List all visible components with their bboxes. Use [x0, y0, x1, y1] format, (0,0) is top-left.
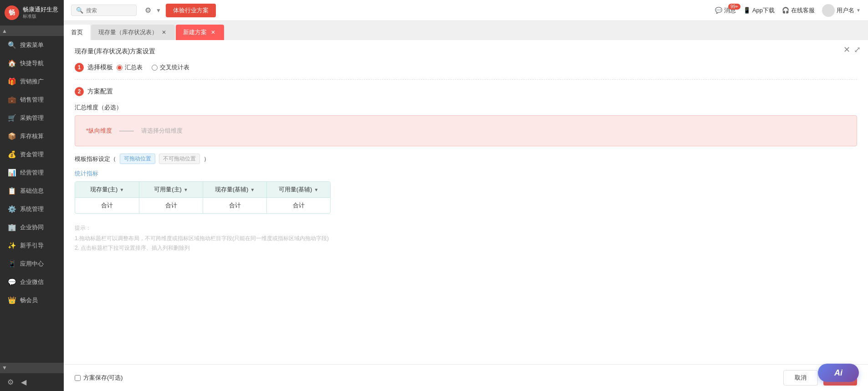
topbar-right: 💬 消息 99+ 📱 App下载 🎧 在线客服 用户名 ▼ [715, 4, 861, 17]
sidebar-item-quick-nav[interactable]: 🏠 快捷导航 [0, 54, 64, 72]
sidebar-item-label: 营销推广 [20, 77, 44, 86]
message-icon: 💬 [715, 7, 722, 14]
sidebar-item-label: 基础信息 [20, 187, 44, 195]
sidebar-item-newbie[interactable]: ✨ 新手引导 [0, 237, 64, 255]
sidebar-logo: 畅 畅康通好生意 标准版 [0, 0, 64, 26]
radio-summary-input[interactable] [117, 65, 123, 71]
sidebar-item-operation[interactable]: 📊 经营管理 [0, 164, 64, 182]
radio-summary-label: 汇总表 [125, 63, 143, 72]
step1-header: 1 选择模板 汇总表 交叉统计表 [75, 63, 857, 72]
logo-name: 畅康通好生意 [23, 6, 58, 14]
messages-button[interactable]: 💬 消息 99+ [715, 6, 736, 15]
sidebar-item-system[interactable]: ⚙️ 系统管理 [0, 200, 64, 218]
stats-col-1-dropdown-icon[interactable]: ▼ [184, 187, 188, 192]
stats-body-cell-1: 合计 [139, 198, 203, 213]
stats-col-0: 现存量(主) ▼ [75, 182, 139, 198]
stats-header-cell-3[interactable]: 可用量(基辅) ▼ [267, 182, 330, 198]
stats-col-2-dropdown-icon[interactable]: ▼ [250, 187, 255, 192]
stats-col-3-dropdown-icon[interactable]: ▼ [314, 187, 318, 192]
operation-icon: 📊 [7, 168, 16, 177]
close-button[interactable]: ✕ [843, 45, 850, 55]
sidebar-footer: ⚙ ◀ [0, 373, 64, 391]
tab-home[interactable]: 首页 [64, 25, 90, 40]
sidebar-item-member[interactable]: 👑 畅会员 [0, 291, 64, 309]
maximize-button[interactable]: ⤢ [854, 45, 861, 55]
wechat-icon: 💬 [7, 278, 16, 287]
stats-header-cell-0[interactable]: 现存量(主) ▼ [75, 182, 139, 198]
trial-button[interactable]: 体验行业方案 [166, 4, 216, 17]
sidebar-item-finance[interactable]: 💰 资金管理 [0, 145, 64, 164]
marketing-icon: 🎁 [7, 77, 16, 86]
sidebar-item-sales[interactable]: 💼 销售管理 [0, 91, 64, 109]
content-area: ✕ ⤢ 现存量(库存状况表)方案设置 1 选择模板 汇总表 [64, 40, 868, 391]
sidebar-item-label: 畅会员 [20, 296, 38, 304]
divider-1 [75, 79, 857, 80]
sidebar-item-enterprise[interactable]: 🏢 企业协同 [0, 218, 64, 237]
sidebar-item-label: 企业微信 [20, 278, 44, 286]
app-center-icon: 📱 [7, 259, 16, 268]
tab-new-plan-close-icon[interactable]: ✕ [209, 29, 217, 36]
sidebar-item-label: 销售管理 [20, 96, 44, 104]
stats-body-col-1: 合计 [139, 198, 203, 213]
template-radio-group: 汇总表 交叉统计表 [117, 63, 189, 72]
gear-icon[interactable]: ⚙ [145, 6, 151, 15]
stats-body-cell-0: 合计 [75, 198, 139, 213]
stats-body-col-2: 合计 [203, 198, 266, 213]
stats-body-col-0: 合计 [75, 198, 139, 213]
settings-icon[interactable]: ⚙ [7, 378, 14, 386]
draggable-tag: 可拖动位置 [120, 154, 155, 164]
topbar-left: 🔍 ⚙ ▼ 体验行业方案 [71, 4, 216, 17]
stats-table: 现存量(主) ▼ 可用量(主) ▼ 现存量(基辅 [75, 181, 331, 214]
sidebar-item-wechat[interactable]: 💬 企业微信 [0, 273, 64, 291]
stats-col-1: 可用量(主) ▼ [139, 182, 203, 198]
stats-table-body: 合计 合计 合计 合计 [75, 198, 330, 213]
save-option: 方案保存(可选) [75, 374, 123, 382]
indicator-settings-suffix: ） [204, 155, 209, 163]
sidebar-scroll-down[interactable]: ▼ [0, 363, 64, 373]
sidebar-item-search-menu[interactable]: 🔍 搜索菜单 [0, 36, 64, 54]
search-input[interactable] [86, 7, 132, 14]
radio-summary[interactable]: 汇总表 [117, 63, 143, 72]
service-label: 在线客服 [791, 6, 815, 15]
sidebar-item-app-center[interactable]: 📱 应用中心 [0, 255, 64, 273]
main-content: 🔍 ⚙ ▼ 体验行业方案 💬 消息 99+ 📱 App下载 🎧 在线客服 [64, 0, 868, 391]
tips-title: 提示： [75, 224, 857, 232]
stats-col-0-dropdown-icon[interactable]: ▼ [119, 187, 124, 192]
ai-float-button[interactable]: Ai [818, 364, 859, 382]
cancel-button[interactable]: 取消 [783, 370, 818, 386]
tab-inventory-status[interactable]: 现存量（库存状况表） ✕ [91, 25, 175, 40]
dimension-dash: —— [119, 127, 134, 135]
step1-badge: 1 [75, 63, 84, 72]
save-checkbox[interactable] [75, 375, 81, 381]
sidebar-item-label: 采购管理 [20, 114, 44, 122]
stats-col-2: 现存量(基辅) ▼ [203, 182, 266, 198]
user-menu[interactable]: 用户名 ▼ [822, 4, 861, 17]
app-download-button[interactable]: 📱 App下载 [743, 6, 775, 15]
step1-label: 选择模板 [87, 63, 113, 72]
sidebar-item-purchase[interactable]: 🛒 采购管理 [0, 109, 64, 127]
logo-icon: 畅 [5, 5, 19, 20]
stats-body-cell-2: 合计 [203, 198, 266, 213]
sidebar-item-marketing[interactable]: 🎁 营销推广 [0, 72, 64, 91]
stats-header-cell-1[interactable]: 可用量(主) ▼ [139, 182, 203, 198]
dimension-placeholder[interactable]: 请选择分组维度 [141, 127, 183, 135]
sidebar-item-label: 库存核算 [20, 132, 44, 140]
sidebar-item-label: 应用中心 [20, 260, 44, 268]
non-draggable-tag: 不可拖动位置 [159, 154, 200, 164]
collapse-icon[interactable]: ◀ [21, 378, 26, 386]
online-service-button[interactable]: 🎧 在线客服 [782, 6, 815, 15]
dropdown-arrow-icon[interactable]: ▼ [156, 7, 161, 14]
step2-label: 方案配置 [87, 87, 113, 96]
radio-cross-input[interactable] [152, 65, 158, 71]
sales-icon: 💼 [7, 95, 16, 104]
tabbar: 首页 现存量（库存状况表） ✕ 新建方案 ✕ [64, 21, 868, 40]
tab-inventory-close-icon[interactable]: ✕ [160, 29, 168, 36]
tab-new-plan[interactable]: 新建方案 ✕ [176, 25, 224, 40]
dimension-area: *纵向维度 —— 请选择分组维度 [75, 115, 857, 146]
sidebar-item-basic-info[interactable]: 📋 基础信息 [0, 182, 64, 200]
stats-header-cell-2[interactable]: 现存量(基辅) ▼ [203, 182, 266, 198]
message-badge: 99+ [728, 4, 740, 10]
sidebar-item-inventory[interactable]: 📦 库存核算 [0, 127, 64, 145]
radio-cross[interactable]: 交叉统计表 [152, 63, 189, 72]
sidebar-scroll-up[interactable]: ▲ [0, 26, 64, 36]
